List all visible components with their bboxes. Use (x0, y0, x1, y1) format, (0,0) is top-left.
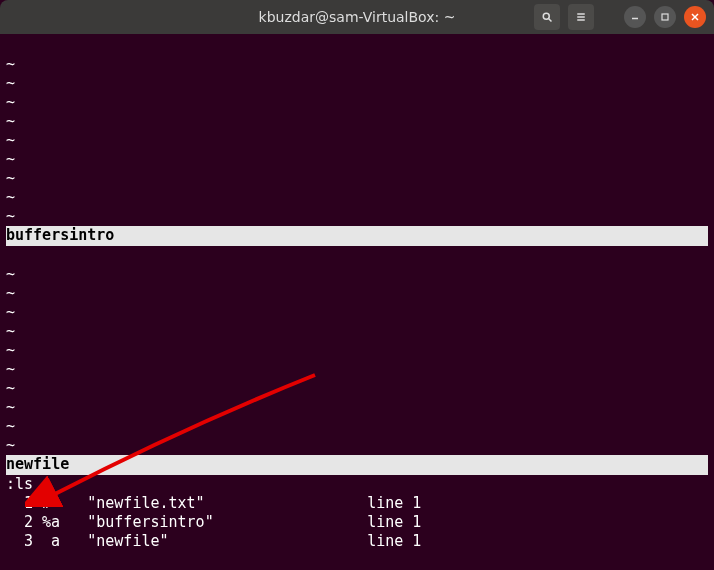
tilde-line: ~ (6, 379, 708, 398)
buffer-number: 3 (6, 532, 33, 552)
buffer-number: 2 (6, 513, 33, 533)
maximize-icon (659, 11, 671, 23)
tilde-line: ~ (6, 188, 708, 207)
buffer-row: 1# "newfile.txt"line 1 (6, 494, 708, 513)
tilde-line: ~ (6, 131, 708, 150)
buffer-flags: a (42, 532, 69, 552)
tilde-line: ~ (6, 93, 708, 112)
tilde-line: ~ (6, 341, 708, 360)
buffer-line: line 1 (367, 494, 421, 513)
svg-line-1 (549, 19, 552, 22)
menu-button[interactable] (568, 4, 594, 30)
search-icon (541, 11, 553, 23)
maximize-button[interactable] (654, 6, 676, 28)
tilde-line: ~ (6, 322, 708, 341)
minimize-button[interactable] (624, 6, 646, 28)
buffer-line: line 1 (367, 513, 421, 532)
minimize-icon (629, 11, 641, 23)
window-title: kbuzdar@sam-VirtualBox: ~ (259, 8, 456, 26)
tilde-line: ~ (6, 207, 708, 226)
buffer-line: line 1 (367, 532, 421, 551)
tilde-line: ~ (6, 417, 708, 436)
close-icon (689, 11, 701, 23)
tilde-line: ~ (6, 169, 708, 188)
svg-rect-6 (662, 14, 668, 20)
command-line: :ls (6, 475, 708, 494)
window-titlebar: kbuzdar@sam-VirtualBox: ~ (0, 0, 714, 34)
buffer-number: 1 (6, 494, 33, 514)
buffer-name: "newfile" (87, 532, 168, 552)
tilde-line: ~ (6, 112, 708, 131)
buffer-flags: # (42, 494, 69, 514)
buffer-row: 2%a "buffersintro"line 1 (6, 513, 708, 532)
hamburger-icon (575, 11, 587, 23)
tilde-line: ~ (6, 303, 708, 322)
svg-point-0 (543, 13, 549, 19)
empty-line (6, 246, 708, 265)
tilde-line: ~ (6, 436, 708, 455)
prompt-line: Press ENTER or type command to continue (6, 551, 708, 570)
buffer-flags: %a (42, 513, 69, 533)
close-button[interactable] (684, 6, 706, 28)
tilde-line: ~ (6, 360, 708, 379)
tilde-line: ~ (6, 398, 708, 417)
status-bar-bottom: newfile (6, 455, 708, 475)
tilde-line: ~ (6, 265, 708, 284)
tilde-line: ~ (6, 284, 708, 303)
buffer-name: "buffersintro" (87, 513, 213, 533)
search-button[interactable] (534, 4, 560, 30)
terminal-area[interactable]: ~ ~ ~ ~ ~ ~ ~ ~ ~ buffersintro ~ ~ ~ ~ ~… (0, 34, 714, 570)
empty-line (6, 36, 708, 55)
tilde-line: ~ (6, 74, 708, 93)
buffer-name: "newfile.txt" (87, 494, 204, 514)
tilde-line: ~ (6, 55, 708, 74)
buffer-row: 3 a "newfile"line 1 (6, 532, 708, 551)
tilde-line: ~ (6, 150, 708, 169)
status-bar-top: buffersintro (6, 226, 708, 246)
